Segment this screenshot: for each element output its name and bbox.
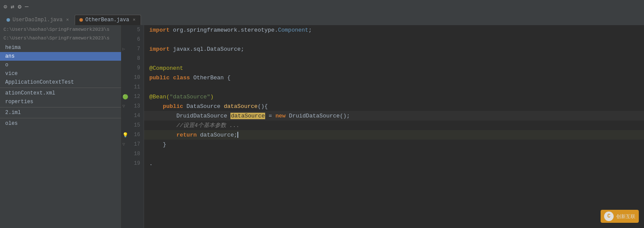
sidebar-item-ans[interactable]: ans: [0, 52, 121, 61]
watermark-logo-icon: C: [604, 212, 614, 221]
code-line-14: DruidDataSource dataSource = new DruidDa…: [144, 111, 644, 121]
tab-label-userdaoimpl: UserDaoImpl.java: [13, 17, 62, 23]
line-num-13: ▽ 13: [122, 101, 144, 111]
sidebar: C:\Users\haohao\SpringFramework2023\s C:…: [0, 25, 122, 228]
sidebar-path-1: C:\Users\haohao\SpringFramework2023\s: [0, 25, 121, 34]
gear-icon[interactable]: ⚙: [18, 3, 21, 10]
code-line-16: return dataSource;: [144, 130, 644, 140]
sidebar-item-ationcontext-xml[interactable]: ationContext.xml: [0, 89, 121, 98]
editor: 5 6 ▷ 7 8 9 10 11 🟢 12 ▽ 13 14: [122, 25, 644, 228]
code-line-18: [144, 149, 644, 159]
sidebar-divider-3: [0, 118, 121, 118]
tab-otherbean[interactable]: OtherBean.java ×: [75, 15, 141, 25]
bean-icon-12[interactable]: 🟢: [122, 94, 128, 100]
sidebar-item-vice[interactable]: vice: [0, 69, 121, 78]
code-lines[interactable]: import org.springframework.stereotype.Co…: [144, 25, 644, 228]
code-line-17: }: [144, 140, 644, 149]
tab-userdaoimpl[interactable]: UserDaoImpl.java ×: [2, 15, 75, 25]
window-controls: ⊙ ⇄ ⚙ —: [3, 3, 29, 10]
sidebar-item-2iml[interactable]: 2.iml: [0, 108, 121, 117]
code-line-6: [144, 35, 644, 44]
line-num-11: 11: [122, 82, 144, 92]
code-line-11: [144, 82, 644, 92]
minimize-icon[interactable]: —: [25, 3, 28, 10]
watermark-box: C 创新互联: [601, 210, 639, 223]
code-line-9: @Component: [144, 63, 644, 73]
bulb-icon-16[interactable]: 💡: [122, 132, 128, 138]
code-area: 5 6 ▷ 7 8 9 10 11 🟢 12 ▽ 13 14: [122, 25, 644, 228]
line-num-15: 15: [122, 121, 144, 130]
fold-icon-7[interactable]: ▷: [122, 46, 125, 52]
sidebar-item-applicationcontexttest[interactable]: ApplicationContextTest: [0, 78, 121, 87]
main-layout: C:\Users\haohao\SpringFramework2023\s C:…: [0, 25, 644, 228]
sidebar-path-2: C:\Users\haohao\SpringFramework2023\s: [0, 34, 121, 42]
line-numbers: 5 6 ▷ 7 8 9 10 11 🟢 12 ▽ 13 14: [122, 25, 144, 228]
code-line-13: public DataSource dataSource(){: [144, 101, 644, 111]
code-line-15: //设置4个基本参数 ...: [144, 121, 644, 130]
tabs-bar: UserDaoImpl.java × OtherBean.java ×: [0, 13, 644, 25]
tab-close-userdaoimpl[interactable]: ×: [65, 17, 70, 23]
code-line-5: import org.springframework.stereotype.Co…: [144, 25, 644, 35]
line-num-10: 10: [122, 73, 144, 82]
fold-icon-17[interactable]: ▽: [122, 142, 125, 147]
code-line-10: public class OtherBean {: [144, 73, 644, 82]
watermark: C 创新互联: [601, 210, 639, 223]
line-num-19: 19: [122, 159, 144, 168]
sidebar-item-oles[interactable]: oles: [0, 119, 121, 128]
line-num-17: ▽ 17: [122, 140, 144, 149]
tab-dot-otherbean: [79, 18, 83, 22]
settings-icon[interactable]: ⊙: [3, 3, 7, 10]
text-cursor: [237, 132, 238, 138]
code-line-8: [144, 54, 644, 63]
line-num-6: 6: [122, 35, 144, 44]
sidebar-divider-2: [0, 107, 121, 107]
fold-icon-13[interactable]: ▽: [122, 104, 125, 109]
sidebar-divider-1: [0, 88, 121, 88]
tab-close-otherbean[interactable]: ×: [132, 17, 137, 23]
sidebar-section: heima ans o vice ApplicationContextTest …: [0, 42, 121, 129]
line-num-18: 18: [122, 149, 144, 159]
line-num-8: 8: [122, 54, 144, 63]
line-num-7: ▷ 7: [122, 44, 144, 54]
code-line-7: import javax.sql.DataSource;: [144, 44, 644, 54]
line-num-5: 5: [122, 25, 144, 35]
swap-icon[interactable]: ⇄: [10, 3, 14, 10]
line-num-16: 💡 16: [122, 130, 144, 140]
tab-dot-userdaoimpl: [7, 18, 10, 22]
watermark-label: 创新互联: [616, 213, 635, 220]
sidebar-item-roperties[interactable]: roperties: [0, 98, 121, 106]
code-line-19: .: [144, 159, 644, 168]
code-line-12: @Bean("dataSource"): [144, 92, 644, 101]
line-num-12: 🟢 12: [122, 92, 144, 101]
tab-label-otherbean: OtherBean.java: [85, 17, 129, 23]
sidebar-item-heima[interactable]: heima: [0, 43, 121, 52]
sidebar-item-o[interactable]: o: [0, 61, 121, 69]
top-bar: ⊙ ⇄ ⚙ —: [0, 0, 644, 13]
line-num-14: 14: [122, 111, 144, 121]
line-num-9: 9: [122, 63, 144, 73]
